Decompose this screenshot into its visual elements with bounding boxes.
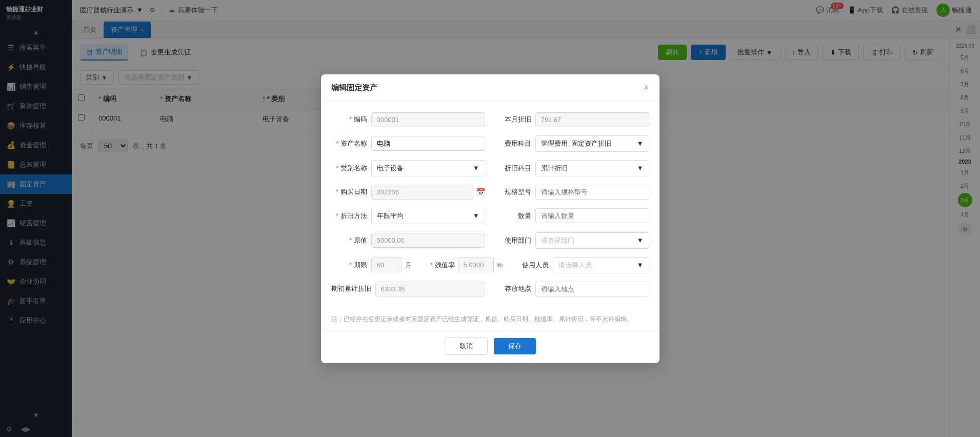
field-purchase-date: 购买日期 📅 [331,185,485,200]
code-input[interactable] [371,112,485,127]
purchase-date-label: 购买日期 [331,187,367,196]
dialog-row-3: 类别名称 电子设备 ▼ 折旧科目 累计折旧 ▼ [331,160,649,176]
chevron-down-icon: ▼ [637,261,644,269]
category-select[interactable]: 电子设备 ▼ [371,160,485,176]
dep-method-select[interactable]: 年限平均 ▼ [371,208,485,224]
quantity-label: 数量 [495,211,531,221]
residual-rate-label: 残值率 [419,261,455,270]
use-person-label: 使用人员 [513,261,549,270]
field-dep-method: 折旧方法 年限平均 ▼ [331,208,485,224]
quantity-input[interactable] [535,208,649,223]
field-storage: 存放地点 [495,282,649,296]
original-value-input[interactable] [371,233,485,248]
field-original-value: 原值 [331,233,485,248]
residual-rate-input[interactable] [458,257,494,272]
code-label: 编码 [331,115,367,124]
use-person-select[interactable]: 请选择人员 ▼ [553,257,649,273]
field-code: 编码 [331,112,485,127]
period-unit: 月 [405,261,412,270]
dialog-row-1: 编码 本月折旧 [331,112,649,127]
dialog-header: 编辑固定资产 × [321,74,659,102]
main-area: 医疗器械行业演示 ▼ ⚙ ☁ 我要体验一下 💬 消息 99+ 📱 App下载 🎧… [72,0,980,437]
dep-method-label: 折旧方法 [331,211,367,221]
expense-subject-select[interactable]: 管理费用_固定资产折旧 ▼ [535,135,649,152]
field-dep-subject: 折旧科目 累计折旧 ▼ [495,160,649,176]
category-label: 类别名称 [331,164,367,173]
field-asset-name: 资产名称 [331,136,485,151]
spec-model-label: 规格型号 [495,187,531,196]
residual-rate-unit: % [497,261,503,269]
period-label: 期限 [331,261,367,270]
chevron-down-icon: ▼ [637,140,644,147]
cancel-button[interactable]: 取消 [445,337,488,355]
expense-subject-label: 费用科目 [495,139,531,148]
initial-dep-input[interactable] [375,282,485,296]
dialog-title: 编辑固定资产 [331,83,377,93]
field-monthly-dep: 本月折旧 [495,112,649,127]
use-dept-label: 使用部门 [495,236,531,245]
purchase-date-group: 📅 [371,185,485,200]
dep-subject-label: 折旧科目 [495,164,531,173]
dialog-overlay: 编辑固定资产 × 编码 本月折旧 [72,0,980,437]
field-period-residual: 期限 月 残值率 % [331,257,503,272]
spec-model-input[interactable] [535,185,649,200]
asset-name-input[interactable] [371,136,485,151]
field-use-person: 使用人员 请选择人员 ▼ [513,257,649,273]
monthly-dep-label: 本月折旧 [495,115,531,124]
use-dept-select[interactable]: 请选择部门 ▼ [535,232,649,249]
dialog-row-7: 期限 月 残值率 % 使用人员 请选择人员 ▼ [331,257,649,273]
field-initial-dep: 期初累计折旧 [331,282,485,296]
field-category: 类别名称 电子设备 ▼ [331,160,485,176]
dialog-row-6: 原值 使用部门 请选择部门 ▼ [331,232,649,249]
dialog-row-4: 购买日期 📅 规格型号 [331,185,649,200]
dialog-row-8: 期初累计折旧 存放地点 [331,282,649,296]
chevron-down-icon: ▼ [637,164,644,172]
purchase-date-input[interactable] [371,185,473,200]
chevron-down-icon: ▼ [473,164,479,172]
calendar-picker-icon[interactable]: 📅 [476,188,485,196]
field-quantity: 数量 [495,208,649,223]
dialog-row-5: 折旧方法 年限平均 ▼ 数量 [331,208,649,224]
save-button[interactable]: 保存 [494,338,536,354]
chevron-down-icon: ▼ [637,236,644,244]
field-expense-subject: 费用科目 管理费用_固定资产折旧 ▼ [495,135,649,152]
field-spec-model: 规格型号 [495,185,649,200]
edit-fixed-asset-dialog: 编辑固定资产 × 编码 本月折旧 [321,74,659,363]
storage-input[interactable] [535,282,649,296]
monthly-dep-input[interactable] [535,112,649,127]
dep-subject-select[interactable]: 累计折旧 ▼ [535,160,649,176]
dialog-note: 注：已经存在变更记录或者对应固定资产已经生成凭证，原值、购买日期、残值率、累计折… [321,315,659,329]
storage-label: 存放地点 [495,284,531,293]
dialog-body: 编码 本月折旧 资产名称 费用科目 [321,102,659,315]
dialog-close-btn[interactable]: × [644,83,649,93]
chevron-down-icon: ▼ [473,212,479,220]
initial-dep-label: 期初累计折旧 [331,284,371,293]
dialog-footer: 取消 保存 [321,329,659,363]
asset-name-label: 资产名称 [331,139,367,148]
original-value-label: 原值 [331,236,367,245]
field-use-dept: 使用部门 请选择部门 ▼ [495,232,649,249]
period-group: 月 残值率 % [371,257,503,272]
dialog-row-2: 资产名称 费用科目 管理费用_固定资产折旧 ▼ [331,135,649,152]
period-input[interactable] [371,257,402,272]
